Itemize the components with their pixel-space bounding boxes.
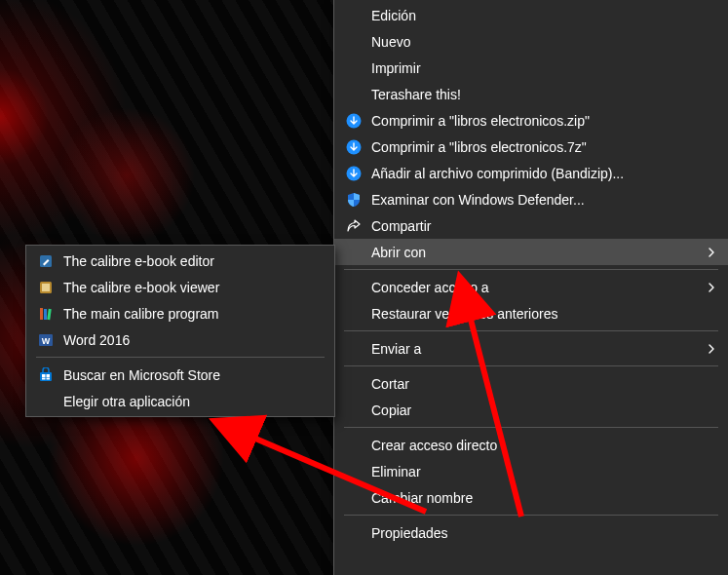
main_menu-item[interactable]: Comprimir a "libros electronicos.zip" bbox=[334, 107, 728, 134]
sub_menu-item[interactable]: The calibre e-book viewer bbox=[26, 274, 334, 300]
chevron-right-icon bbox=[687, 245, 716, 260]
main_menu-separator bbox=[344, 427, 718, 428]
bandizip-icon bbox=[342, 166, 365, 181]
store-icon bbox=[34, 367, 57, 383]
menu-item-label: Elegir otra aplicación bbox=[63, 394, 323, 409]
sub_menu-item[interactable]: Buscar en Microsoft Store bbox=[26, 362, 334, 388]
menu-item-label: Imprimir bbox=[371, 60, 716, 76]
main_menu-item[interactable]: Añadir al archivo comprimido (Bandizip).… bbox=[334, 160, 728, 186]
main_menu-item[interactable]: Cambiar nombre bbox=[334, 484, 728, 511]
chevron-right-icon bbox=[687, 280, 716, 295]
svg-rect-9 bbox=[47, 308, 52, 319]
calibre-edit-icon bbox=[34, 253, 57, 269]
calibre-main-icon bbox=[34, 306, 57, 322]
menu-item-label: Compartir bbox=[371, 218, 716, 234]
main_menu-item[interactable]: Compartir bbox=[334, 212, 728, 239]
svg-rect-7 bbox=[40, 308, 43, 320]
svg-rect-15 bbox=[42, 377, 46, 379]
share-icon bbox=[342, 218, 365, 234]
main_menu-item[interactable]: Restaurar versiones anteriores bbox=[334, 300, 728, 326]
menu-item-label: Añadir al archivo comprimido (Bandizip).… bbox=[371, 166, 716, 181]
menu-item-label: Restaurar versiones anteriores bbox=[371, 306, 716, 322]
menu-item-label: Conceder acceso a bbox=[371, 280, 687, 295]
menu-item-label: Comprimir a "libros electronicos.7z" bbox=[371, 139, 716, 155]
menu-item-label: The main calibre program bbox=[63, 306, 323, 322]
bandizip-icon bbox=[342, 139, 365, 155]
bandizip-icon bbox=[342, 113, 365, 129]
menu-item-label: Enviar a bbox=[371, 341, 687, 357]
context-menu-main: EdiciónNuevoImprimirTerashare this!Compr… bbox=[333, 0, 728, 575]
main_menu-item[interactable]: Cortar bbox=[334, 370, 728, 397]
menu-item-label: Word 2016 bbox=[63, 332, 323, 348]
menu-item-label: Cambiar nombre bbox=[371, 490, 716, 506]
svg-rect-6 bbox=[42, 284, 50, 291]
sub_menu-item[interactable]: WWord 2016 bbox=[26, 326, 334, 353]
main_menu-item[interactable]: Comprimir a "libros electronicos.7z" bbox=[334, 134, 728, 160]
svg-rect-13 bbox=[42, 374, 46, 377]
sub_menu-separator bbox=[36, 357, 325, 358]
menu-item-label: The calibre e-book editor bbox=[63, 253, 323, 269]
main_menu-separator bbox=[344, 515, 718, 516]
menu-item-label: The calibre e-book viewer bbox=[63, 280, 323, 295]
menu-item-label: Cortar bbox=[371, 376, 716, 392]
menu-item-label: Comprimir a "libros electronicos.zip" bbox=[371, 113, 716, 129]
main_menu-item[interactable]: Terashare this! bbox=[334, 81, 728, 107]
main_menu-item[interactable]: Copiar bbox=[334, 397, 728, 423]
menu-item-label: Copiar bbox=[371, 402, 716, 418]
svg-text:W: W bbox=[42, 336, 51, 346]
calibre-view-icon bbox=[34, 280, 57, 295]
menu-item-label: Nuevo bbox=[371, 34, 716, 50]
main_menu-item[interactable]: Enviar a bbox=[334, 335, 728, 362]
chevron-right-icon bbox=[687, 341, 716, 357]
menu-item-label: Eliminar bbox=[371, 464, 716, 479]
context-menu-open-with: The calibre e-book editorThe calibre e-b… bbox=[25, 245, 335, 417]
word-icon: W bbox=[34, 332, 57, 348]
menu-item-label: Crear acceso directo bbox=[371, 438, 716, 453]
menu-item-label: Terashare this! bbox=[371, 87, 716, 102]
main_menu-separator bbox=[344, 365, 718, 366]
svg-rect-16 bbox=[47, 377, 51, 379]
defender-icon bbox=[342, 192, 365, 208]
main_menu-item[interactable]: Conceder acceso a bbox=[334, 274, 728, 300]
main_menu-separator bbox=[344, 330, 718, 331]
main_menu-item[interactable]: Nuevo bbox=[334, 28, 728, 55]
main_menu-item[interactable]: Eliminar bbox=[334, 458, 728, 484]
svg-rect-8 bbox=[44, 309, 47, 320]
menu-item-label: Abrir con bbox=[371, 245, 687, 260]
menu-item-label: Edición bbox=[371, 8, 716, 23]
main_menu-separator bbox=[344, 269, 718, 270]
svg-rect-12 bbox=[40, 372, 52, 381]
main_menu-item[interactable]: Abrir con bbox=[334, 239, 728, 265]
main_menu-item[interactable]: Edición bbox=[334, 2, 728, 28]
main_menu-item[interactable]: Propiedades bbox=[334, 519, 728, 546]
svg-rect-14 bbox=[47, 374, 51, 377]
main_menu-item[interactable]: Examinar con Windows Defender... bbox=[334, 186, 728, 212]
menu-item-label: Buscar en Microsoft Store bbox=[63, 367, 323, 383]
main_menu-item[interactable]: Imprimir bbox=[334, 55, 728, 81]
menu-item-label: Examinar con Windows Defender... bbox=[371, 192, 716, 208]
sub_menu-item[interactable]: The calibre e-book editor bbox=[26, 248, 334, 274]
menu-item-label: Propiedades bbox=[371, 525, 716, 541]
sub_menu-item[interactable]: The main calibre program bbox=[26, 300, 334, 326]
main_menu-item[interactable]: Crear acceso directo bbox=[334, 432, 728, 458]
sub_menu-item[interactable]: Elegir otra aplicación bbox=[26, 388, 334, 414]
